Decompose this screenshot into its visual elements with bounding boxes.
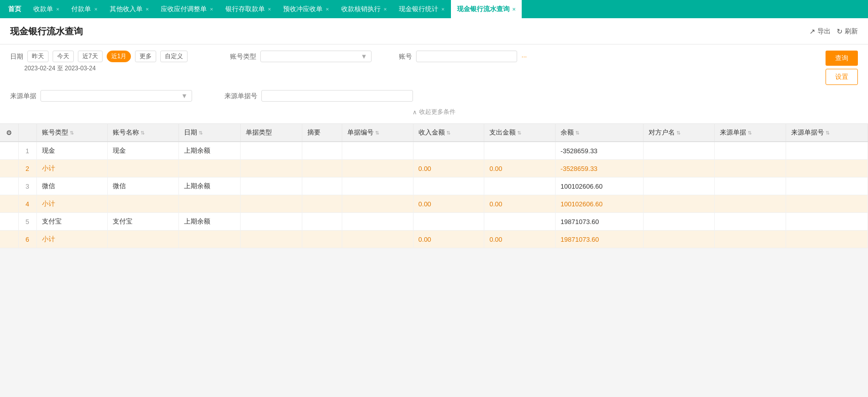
row-doc-type xyxy=(241,160,302,178)
row-account-type: 小计 xyxy=(36,231,108,248)
collapse-icon: ∧ xyxy=(413,109,417,116)
row-account-name: 微信 xyxy=(108,178,179,195)
close-other-income[interactable]: × xyxy=(146,6,149,12)
nav-home[interactable]: 首页 xyxy=(2,0,27,18)
row-balance: 100102606.60 xyxy=(555,195,643,213)
row-income: 0.00 xyxy=(413,231,484,248)
date-btn-custom[interactable]: 自定义 xyxy=(160,51,188,62)
close-ar-ap-adjust[interactable]: × xyxy=(210,6,213,12)
row-source-doc-no xyxy=(786,142,868,160)
sort-source-doc-no-icon: ⇅ xyxy=(826,130,830,136)
row-account-name: 现金 xyxy=(108,142,179,160)
row-counterparty xyxy=(644,231,715,248)
data-table: ⚙ 账号类型 ⇅ 账号名称 ⇅ 日期 xyxy=(0,124,868,248)
col-source-doc-no[interactable]: 来源单据号 ⇅ xyxy=(786,124,868,142)
row-account-name xyxy=(108,160,179,178)
source-doc-filter-label: 来源单据 xyxy=(10,92,36,101)
refresh-icon: ↻ xyxy=(837,27,843,35)
close-payment[interactable]: × xyxy=(94,6,97,12)
row-expense xyxy=(484,213,556,231)
row-gear xyxy=(0,160,18,178)
table-row: 3微信微信上期余额100102606.60 xyxy=(0,178,868,195)
nav-prepay-write-off[interactable]: 预收冲应收单 × xyxy=(277,0,335,18)
row-num: 4 xyxy=(18,195,36,213)
row-source-doc-no xyxy=(786,178,868,195)
date-btn-more[interactable]: 更多 xyxy=(135,51,156,62)
row-doc-no xyxy=(342,160,413,178)
nav-cash-bank-stat[interactable]: 现金银行统计 × xyxy=(393,0,450,18)
col-income[interactable]: 收入金额 ⇅ xyxy=(413,124,484,142)
row-income: 0.00 xyxy=(413,160,484,178)
row-balance: -3528659.33 xyxy=(555,160,643,178)
nav-collection-exec[interactable]: 收款核销执行 × xyxy=(335,0,393,18)
row-income xyxy=(413,142,484,160)
filter-area: 日期 昨天 今天 近7天 近1月 更多 自定义 2023-02-24 至 202… xyxy=(0,45,868,124)
nav-cash-bank-flow[interactable]: 现金银行流水查询 × xyxy=(451,0,522,18)
nav-other-income[interactable]: 其他收入单 × xyxy=(104,0,155,18)
row-source-doc xyxy=(714,195,786,213)
date-btn-1month[interactable]: 近1月 xyxy=(107,51,131,62)
page-title: 现金银行流水查询 xyxy=(10,25,83,37)
close-cash-bank-flow[interactable]: × xyxy=(513,6,516,12)
row-date xyxy=(178,231,240,248)
col-gear[interactable]: ⚙ xyxy=(0,124,18,142)
page-header: 现金银行流水查询 ↗ 导出 ↻ 刷新 xyxy=(0,18,868,45)
close-receipt[interactable]: × xyxy=(56,6,59,12)
row-source-doc xyxy=(714,142,786,160)
account-input[interactable] xyxy=(416,51,517,62)
query-button[interactable]: 查询 xyxy=(826,51,858,66)
close-collection-exec[interactable]: × xyxy=(384,6,387,12)
row-num: 5 xyxy=(18,213,36,231)
row-summary xyxy=(302,213,342,231)
row-summary xyxy=(302,160,342,178)
sort-balance-icon: ⇅ xyxy=(575,130,579,136)
source-doc-select[interactable]: ▼ xyxy=(40,90,192,102)
col-date[interactable]: 日期 ⇅ xyxy=(178,124,240,142)
row-num: 6 xyxy=(18,231,36,248)
close-prepay-write-off[interactable]: × xyxy=(326,6,329,12)
settings-button[interactable]: 设置 xyxy=(826,69,858,85)
source-doc-no-input[interactable] xyxy=(261,90,413,102)
col-balance[interactable]: 余额 ⇅ xyxy=(555,124,643,142)
refresh-btn[interactable]: ↻ 刷新 xyxy=(837,27,858,36)
collapse-bar[interactable]: ∧ 收起更多条件 xyxy=(10,105,858,117)
row-balance: 19871073.60 xyxy=(555,231,643,248)
export-btn[interactable]: ↗ 导出 xyxy=(809,27,831,36)
row-account-type: 现金 xyxy=(36,142,108,160)
account-type-filter-label: 账号类型 xyxy=(230,52,256,61)
row-income: 0.00 xyxy=(413,195,484,213)
nav-payment[interactable]: 付款单 × xyxy=(65,0,103,18)
row-account-name xyxy=(108,195,179,213)
row-doc-type xyxy=(241,178,302,195)
row-source-doc xyxy=(714,178,786,195)
account-type-chevron-icon: ▼ xyxy=(361,53,368,60)
row-doc-type xyxy=(241,142,302,160)
nav-ar-ap-adjust[interactable]: 应收应付调整单 × xyxy=(155,0,219,18)
sort-account-type-icon: ⇅ xyxy=(70,130,74,136)
row-source-doc xyxy=(714,160,786,178)
top-nav: 首页 收款单 × 付款单 × 其他收入单 × 应收应付调整单 × 银行存取款单 … xyxy=(0,0,868,18)
account-more-btn[interactable]: ··· xyxy=(521,53,527,60)
col-account-name[interactable]: 账号名称 ⇅ xyxy=(108,124,179,142)
row-counterparty xyxy=(644,195,715,213)
close-cash-bank-stat[interactable]: × xyxy=(441,6,444,12)
nav-receipt[interactable]: 收款单 × xyxy=(27,0,65,18)
row-source-doc xyxy=(714,213,786,231)
date-btn-7days[interactable]: 近7天 xyxy=(78,51,103,62)
close-bank-deposit[interactable]: × xyxy=(268,6,271,12)
col-expense[interactable]: 支出金额 ⇅ xyxy=(484,124,556,142)
nav-bank-deposit[interactable]: 银行存取款单 × xyxy=(219,0,277,18)
row-doc-type xyxy=(241,213,302,231)
date-btn-yesterday[interactable]: 昨天 xyxy=(27,51,49,62)
col-doc-no[interactable]: 单据编号 ⇅ xyxy=(342,124,413,142)
row-balance: 19871073.60 xyxy=(555,213,643,231)
row-date: 上期余额 xyxy=(178,178,240,195)
col-account-type[interactable]: 账号类型 ⇅ xyxy=(36,124,108,142)
date-btn-today[interactable]: 今天 xyxy=(53,51,74,62)
row-gear xyxy=(0,231,18,248)
row-expense: 0.00 xyxy=(484,231,556,248)
col-counterparty[interactable]: 对方户名 ⇅ xyxy=(644,124,715,142)
account-type-select[interactable]: ▼ xyxy=(260,51,372,62)
col-source-doc[interactable]: 来源单据 ⇅ xyxy=(714,124,786,142)
row-expense: 0.00 xyxy=(484,195,556,213)
